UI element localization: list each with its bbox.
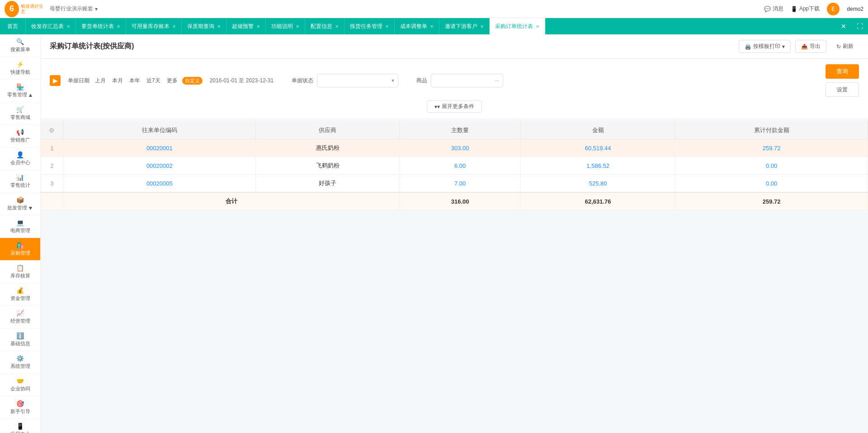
tab-gongneng-close-icon[interactable]: ✕	[296, 24, 299, 29]
date-shortcut-thisyear[interactable]: 本年	[127, 76, 142, 86]
tab-chaochu-label: 超储预警	[232, 23, 254, 30]
setting-button[interactable]: 设置	[826, 82, 859, 97]
sidebar-item-retailshop[interactable]: 🛒 零售商城	[0, 102, 40, 125]
tab-shoufa[interactable]: 收发存汇总表 ✕	[26, 18, 76, 34]
nav-fullscreen-btn[interactable]: ⛶	[852, 18, 868, 34]
row-amount[interactable]: 525.80	[520, 175, 675, 193]
sidebar-item-basic[interactable]: ℹ️ 基础信息	[0, 328, 40, 351]
sidebar-wholesale-label: 批发管理	[7, 205, 27, 211]
table-header-row: ⚙ 往来单位编码 供应商 主数量 金额 累计付款金额	[41, 122, 868, 139]
goods-input[interactable]: ···	[431, 74, 503, 87]
status-chevron-icon: ▾	[392, 77, 394, 84]
message-btn[interactable]: 💬 消息	[764, 5, 783, 13]
date-shortcut-7days[interactable]: 近7天	[145, 76, 162, 86]
expand-label: 展开更多条件	[442, 103, 474, 110]
tab-yaohuo[interactable]: 要货单统计表 ✕	[76, 18, 126, 34]
sidebar-item-retailstat[interactable]: 📊 零售统计	[0, 170, 40, 193]
row-qty[interactable]: 7.00	[400, 175, 521, 193]
tab-caigou[interactable]: 采购订单统计表 ✕	[490, 18, 545, 34]
sidebar-ecommerce-label: 电商管理	[10, 227, 30, 234]
app-download-btn[interactable]: 📱 App下载	[791, 5, 820, 13]
tab-zhihuo-close-icon[interactable]: ✕	[385, 24, 389, 29]
sidebar-item-wholesale[interactable]: 📦 批发管理 ▼	[0, 193, 40, 215]
tab-caigou-close-icon[interactable]: ✕	[536, 24, 539, 29]
row-amount[interactable]: 60,519.44	[520, 139, 675, 157]
sidebar-item-ecommerce[interactable]: 💻 电商管理	[0, 215, 40, 238]
tab-caigou-label: 采购订单统计表	[495, 23, 533, 30]
row-code[interactable]: 00020005	[63, 175, 256, 193]
status-select[interactable]: ▾	[317, 74, 398, 87]
tab-baozhi-close-icon[interactable]: ✕	[217, 24, 221, 29]
tab-chaochu[interactable]: 超储预警 ✕	[226, 18, 266, 34]
sidebar-item-newguide[interactable]: 🎯 新手引导	[0, 396, 40, 419]
date-custom-badge[interactable]: 自定义	[182, 77, 203, 85]
table-header-code: 往来单位编码	[63, 122, 256, 139]
table-header-settings[interactable]: ⚙	[41, 122, 63, 139]
tab-keyong[interactable]: 可用量库存账本 ✕	[126, 18, 182, 34]
user-avatar[interactable]: E	[827, 3, 840, 15]
sidebar-item-enterprise[interactable]: 🤝 企业协同	[0, 374, 40, 396]
sidebar-item-system[interactable]: ⚙️ 系统管理	[0, 351, 40, 374]
row-paid[interactable]: 0.00	[675, 175, 868, 193]
quicknav-icon: ⚡	[16, 61, 24, 68]
sidebar-system-label: 系统管理	[10, 363, 30, 370]
top-bar: 6 畅捷通好生意 母婴行业演示账套 ▾ 💬 消息 📱 App下载 E demo2	[0, 0, 868, 18]
date-shortcut-more[interactable]: 更多	[165, 76, 179, 86]
sidebar-item-finance[interactable]: 💰 资金管理	[0, 283, 40, 306]
tab-chaochu-close-icon[interactable]: ✕	[256, 24, 260, 29]
tab-yaoqing-close-icon[interactable]: ✕	[480, 24, 484, 29]
tab-yaoqing[interactable]: 邀请下游客户 ✕	[439, 18, 490, 34]
tab-yaohuo-close-icon[interactable]: ✕	[117, 24, 120, 29]
query-button[interactable]: 查询	[826, 64, 859, 79]
sidebar-item-purchase[interactable]: 🛍️ 采购管理	[0, 238, 40, 261]
page-title: 采购订单统计表(按供应商)	[50, 42, 134, 51]
sidebar-newguide-label: 新手引导	[10, 408, 30, 415]
tab-keyong-label: 可用量库存账本	[132, 23, 170, 30]
date-shortcut-lastmonth[interactable]: 上月	[93, 76, 108, 86]
row-qty[interactable]: 303.00	[400, 139, 521, 157]
tab-baozhi[interactable]: 保质期查询 ✕	[182, 18, 226, 34]
row-code[interactable]: 00020002	[63, 157, 256, 175]
retail-expand-icon: ▲	[28, 92, 33, 98]
expand-conditions-btn[interactable]: ▾▾ 展开更多条件	[427, 100, 482, 113]
tab-keyong-close-icon[interactable]: ✕	[172, 24, 176, 29]
table-header-paid: 累计付款金额	[675, 122, 868, 139]
row-amount[interactable]: 1,586.52	[520, 157, 675, 175]
tab-peizhi-close-icon[interactable]: ✕	[335, 24, 339, 29]
row-paid[interactable]: 259.72	[675, 139, 868, 157]
sidebar-item-retail[interactable]: 🏪 零售管理 ▲	[0, 80, 40, 102]
refresh-button[interactable]: ↻ 刷新	[831, 40, 859, 52]
settings-gear-icon[interactable]: ⚙	[49, 127, 55, 134]
tab-zhihuo[interactable]: 拣货任务管理 ✕	[344, 18, 395, 34]
print-button[interactable]: 🖨️ 按模板打印 ▾	[739, 40, 791, 53]
sidebar-item-search[interactable]: 🔍 搜索菜单	[0, 34, 40, 57]
tab-shoufa-close-icon[interactable]: ✕	[66, 24, 70, 29]
sidebar-item-marketing[interactable]: 📢 营销推广	[0, 125, 40, 148]
status-filter-item: 单据状态 ▾	[292, 74, 398, 87]
tab-chengben[interactable]: 成本调整单 ✕	[395, 18, 439, 34]
nav-right-buttons: ✕ ⛶	[835, 18, 868, 34]
tab-gongneng[interactable]: 功能说明 ✕	[266, 18, 305, 34]
retailshop-icon: 🛒	[16, 106, 24, 113]
breadcrumb-dropdown[interactable]: 母婴行业演示账套 ▾	[50, 5, 98, 13]
row-paid[interactable]: 0.00	[675, 157, 868, 175]
sidebar-item-member[interactable]: 👤 会员中心	[0, 148, 40, 170]
tab-home[interactable]: 首页	[0, 18, 26, 34]
username-label[interactable]: demo2	[847, 6, 863, 12]
tab-zhihuo-label: 拣货任务管理	[350, 23, 382, 30]
sidebar-retailshop-label: 零售商城	[10, 114, 30, 121]
filter-toggle-btn[interactable]: ▶	[50, 75, 61, 86]
nav-close-btn[interactable]: ✕	[835, 18, 852, 34]
tab-chengben-close-icon[interactable]: ✕	[430, 24, 434, 29]
sidebar-item-appcenter[interactable]: 📱 应用中心	[0, 419, 40, 433]
sidebar-item-operation[interactable]: 📈 经营管理	[0, 306, 40, 328]
sidebar-item-quicknav[interactable]: ⚡ 快捷导航	[0, 57, 40, 80]
row-qty[interactable]: 6.00	[400, 157, 521, 175]
operation-icon: 📈	[16, 309, 24, 317]
sidebar-item-inventory[interactable]: 📋 库存核算	[0, 261, 40, 283]
sidebar-inventory-label: 库存核算	[10, 272, 30, 279]
date-shortcut-thismonth[interactable]: 本月	[110, 76, 125, 86]
tab-peizhi[interactable]: 配置信息 ✕	[305, 18, 344, 34]
export-button[interactable]: 📤 导出	[795, 40, 826, 53]
row-code[interactable]: 00020001	[63, 139, 256, 157]
